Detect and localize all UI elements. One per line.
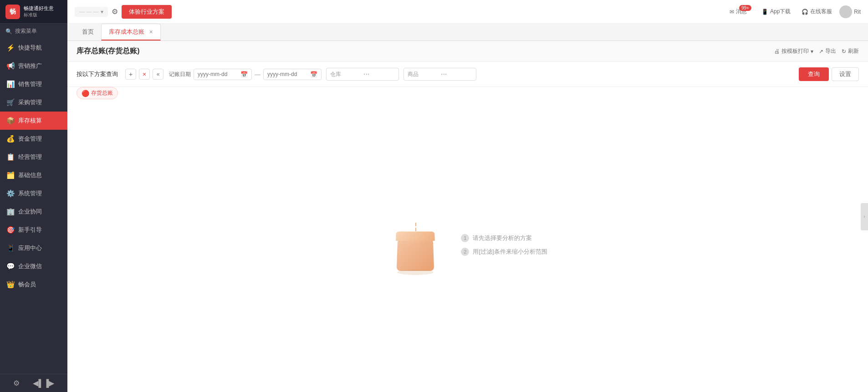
nav-icon-marketing: 📢: [6, 62, 15, 70]
setting-button[interactable]: 设置: [832, 67, 859, 81]
nav-label-system: 系统管理: [18, 189, 42, 198]
sidebar-item-app-center[interactable]: 📱 应用中心: [0, 239, 67, 257]
step-1-text: 请先选择要分析的方案: [473, 234, 532, 242]
empty-step-1: 1 请先选择要分析的方案: [461, 234, 547, 242]
user-menu[interactable]: Rit: [839, 5, 861, 18]
export-button[interactable]: ↗ 导出: [819, 47, 836, 55]
nav-label-marketing: 营销推广: [18, 62, 42, 70]
sidebar-search[interactable]: 🔍 搜索菜单: [0, 24, 67, 39]
panel-chevron-icon: ›: [863, 214, 865, 219]
date-end-input-wrap: 📅: [263, 69, 322, 80]
nav-label-sales: 销售管理: [18, 80, 42, 88]
page-header: 库存总账(存货总账) 🖨 按模板打印 ▾ ↗ 导出 ↻ 刷新: [67, 41, 868, 62]
empty-step-2: 2 用[过滤]条件来缩小分析范围: [461, 248, 547, 256]
filter-add-button[interactable]: +: [125, 69, 136, 80]
product-select[interactable]: 商品 ···: [403, 68, 476, 81]
nav-icon-sales: 📊: [6, 80, 15, 88]
scheme-item-label: 存货总账: [91, 89, 113, 97]
online-support-button[interactable]: 🎧 在线客服: [802, 8, 832, 15]
sidebar-item-wechat[interactable]: 💬 企业微信: [0, 257, 67, 275]
gear-icon[interactable]: ⚙: [112, 7, 118, 16]
empty-illustration: [388, 220, 443, 275]
refresh-icon: ↻: [842, 48, 846, 55]
filter-row: 记账日期 📅 — 📅 仓库 ··· 商品: [169, 67, 859, 81]
print-label: 按模板打印: [781, 47, 809, 55]
sidebar-item-sales[interactable]: 📊 销售管理: [0, 75, 67, 93]
warehouse-placeholder: 仓库: [330, 71, 362, 78]
topbar-left: — — — ▾ ⚙ 体验行业方案: [75, 5, 725, 19]
collapse-icon[interactable]: ◀▌▐▶: [33, 379, 54, 387]
brand-text: — — —: [79, 9, 99, 15]
scheme-item[interactable]: 🔴 存货总账: [77, 87, 118, 99]
sidebar-item-operations[interactable]: 📋 经营管理: [0, 148, 67, 166]
brand-chevron-icon[interactable]: ▾: [101, 9, 103, 15]
calendar-end-icon[interactable]: 📅: [310, 71, 317, 78]
warehouse-select[interactable]: 仓库 ···: [326, 68, 399, 81]
nav-icon-inventory: 📦: [6, 117, 15, 125]
date-start-input[interactable]: [198, 71, 239, 77]
main-wrapper: — — — ▾ ⚙ 体验行业方案 ✉ 消息 99+ 📱 App下载 🎧 在线客服: [67, 0, 868, 392]
app-download-button[interactable]: 📱 App下载: [761, 8, 791, 15]
date-start-input-wrap: 📅: [194, 69, 252, 80]
message-button[interactable]: ✉ 消息 99+: [730, 8, 747, 15]
empty-box: [397, 239, 434, 271]
tab-close-icon[interactable]: ✕: [149, 29, 153, 35]
sidebar-item-finance[interactable]: 💰 资金管理: [0, 130, 67, 148]
empty-state: 1 请先选择要分析的方案 2 用[过滤]条件来缩小分析范围: [67, 103, 868, 392]
sidebar-bottom: ⚙ ◀▌▐▶: [0, 374, 67, 392]
export-icon: ↗: [819, 48, 823, 55]
sidebar-item-enterprise[interactable]: 🏢 企业协同: [0, 203, 67, 221]
phone-icon: 📱: [761, 9, 768, 15]
sidebar-item-quick-nav[interactable]: ⚡ 快捷导航: [0, 39, 67, 57]
sidebar-item-purchase[interactable]: 🛒 采购管理: [0, 93, 67, 112]
nav-icon-guide: 🎯: [6, 226, 15, 234]
sidebar-item-member[interactable]: 👑 畅会员: [0, 275, 67, 294]
nav-label-finance: 资金管理: [18, 135, 42, 143]
message-badge: 99+: [739, 5, 751, 11]
nav-label-wechat: 企业微信: [18, 262, 42, 270]
filter-actions: + × «: [125, 69, 163, 80]
sidebar-item-basics[interactable]: 🗂️ 基础信息: [0, 166, 67, 184]
nav-icon-app-center: 📱: [6, 244, 15, 252]
headset-icon: 🎧: [802, 9, 808, 15]
product-placeholder: 商品: [408, 71, 439, 78]
filter-collapse-button[interactable]: «: [153, 69, 163, 80]
sidebar-nav: ⚡ 快捷导航 📢 营销推广 📊 销售管理 🛒 采购管理 📦 库存核算 💰 资金管…: [0, 39, 67, 374]
sidebar-item-guide[interactable]: 🎯 新手引导: [0, 221, 67, 239]
calendar-start-icon[interactable]: 📅: [240, 71, 248, 78]
refresh-button[interactable]: ↻ 刷新: [842, 47, 859, 55]
right-panel-toggle[interactable]: ›: [861, 203, 868, 230]
date-end-input[interactable]: [267, 71, 308, 77]
print-button[interactable]: 🖨 按模板打印 ▾: [774, 47, 813, 55]
query-button[interactable]: 查询: [799, 67, 829, 81]
nav-icon-wechat: 💬: [6, 262, 15, 270]
export-label: 导出: [825, 47, 836, 55]
nav-label-purchase: 采购管理: [18, 98, 42, 107]
nav-label-enterprise: 企业协同: [18, 208, 42, 216]
sidebar-item-marketing[interactable]: 📢 营销推广: [0, 57, 67, 75]
step-1-number: 1: [461, 234, 469, 242]
print-chevron-icon: ▾: [811, 48, 813, 55]
sidebar-item-inventory[interactable]: 📦 库存核算: [0, 112, 67, 130]
search-icon: 🔍: [5, 28, 12, 35]
online-support-label: 在线客服: [810, 8, 832, 15]
brand-area: — — — ▾: [75, 7, 108, 17]
nav-label-guide: 新手引导: [18, 226, 42, 234]
sidebar-item-system[interactable]: ⚙️ 系统管理: [0, 184, 67, 203]
nav-label-basics: 基础信息: [18, 171, 42, 179]
page-content: 库存总账(存货总账) 🖨 按模板打印 ▾ ↗ 导出 ↻ 刷新 按以下方案查询: [67, 41, 868, 392]
tab-home[interactable]: 首页: [75, 24, 101, 41]
tab-inventory-ledger[interactable]: 库存成本总账 ✕: [101, 24, 161, 41]
settings-icon[interactable]: ⚙: [13, 379, 20, 387]
nav-icon-finance: 💰: [6, 135, 15, 143]
product-more-icon: ···: [441, 70, 472, 78]
refresh-label: 刷新: [848, 47, 859, 55]
filter-buttons: 查询 设置: [799, 67, 859, 81]
nav-icon-quick-nav: ⚡: [6, 44, 15, 52]
date-label: 记账日期: [169, 71, 191, 78]
nav-icon-enterprise: 🏢: [6, 208, 15, 216]
warehouse-more-icon: ···: [363, 70, 395, 78]
trial-button[interactable]: 体验行业方案: [122, 5, 172, 19]
step-2-number: 2: [461, 248, 469, 256]
filter-delete-button[interactable]: ×: [139, 69, 150, 80]
